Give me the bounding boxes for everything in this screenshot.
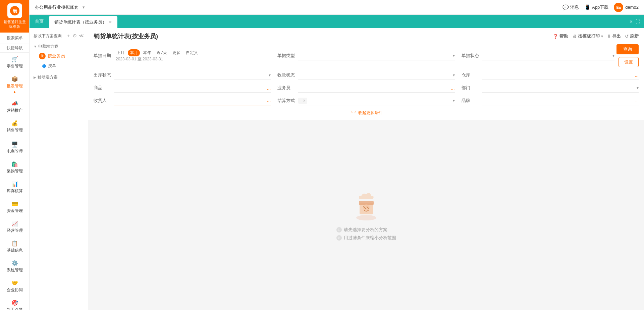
app-download-icon: 📱: [584, 4, 591, 10]
quick-nav[interactable]: 快捷导航: [0, 44, 29, 53]
collapse-panel-icon[interactable]: ≪: [79, 33, 84, 39]
sidebar-item-finance[interactable]: 💳 资金管理: [0, 197, 29, 217]
doc-type-arrow-icon: ▾: [453, 53, 455, 58]
payment-field: 收款状态 ▾: [277, 70, 454, 80]
settlement-label: 结算方式: [277, 98, 296, 104]
date-tab-custom[interactable]: 自定义: [184, 49, 200, 56]
date-tab-7days[interactable]: 近7天: [155, 49, 169, 56]
add-scheme-icon[interactable]: ＋: [66, 33, 71, 39]
desktop-scheme-header[interactable]: ▼ 电脑端方案: [30, 42, 88, 51]
sidebar-item-stock[interactable]: 📊 库存核算: [0, 177, 29, 197]
brand-input[interactable]: ...: [482, 96, 639, 105]
date-tabs: 上月 本月 本年 近7天 更多 自定义: [114, 49, 271, 56]
doc-type-select[interactable]: ▾: [298, 51, 454, 60]
marketing-icon: 📣: [11, 100, 18, 107]
sidebar-item-sales[interactable]: 💰 销售管理: [0, 117, 29, 137]
sidebar-item-operations[interactable]: 📈 经营管理: [0, 217, 29, 237]
sidebar-item-purchase[interactable]: 🛍️ 采购管理: [0, 158, 29, 177]
outbound-select[interactable]: ▾: [114, 70, 271, 80]
message-button[interactable]: 💬 消息: [562, 4, 579, 10]
scheme-by-order-icon: 🔷: [42, 64, 47, 68]
warehouse-label: 仓库: [462, 72, 480, 78]
tab-close-icon[interactable]: ✕: [109, 20, 112, 24]
print-icon: 🖨: [572, 34, 577, 39]
payment-select[interactable]: ▾: [298, 70, 454, 80]
ecommerce-icon: 🖥️: [11, 141, 18, 148]
sidebar-item-retail[interactable]: 🛒 零售管理: [0, 53, 29, 72]
message-icon: 💬: [562, 4, 569, 10]
warehouse-dots-icon[interactable]: ...: [635, 72, 639, 78]
sidebar-logo[interactable]: 畅 销售通好生意 标准版: [0, 0, 29, 33]
minimize-icon[interactable]: ✕: [629, 19, 633, 24]
doc-status-select[interactable]: ▾: [482, 51, 614, 60]
staff-input[interactable]: ...: [298, 83, 454, 93]
empty-tip-1-label: 请先选择要分析的方案: [344, 227, 387, 233]
operations-icon: 📈: [11, 220, 18, 227]
cooperation-icon: 🤝: [11, 280, 18, 286]
topbar-dropdown-icon[interactable]: ▾: [83, 5, 85, 10]
scheme-by-staff[interactable]: 按 按业务员: [30, 51, 88, 61]
goods-label: 商品: [94, 85, 112, 91]
date-tab-lastmonth[interactable]: 上月: [114, 49, 126, 56]
date-filter-input[interactable]: 上月 本月 本年 近7天 更多 自定义 2023-03-01 至 2023-03…: [114, 49, 271, 63]
settlement-input[interactable]: × ▾: [298, 96, 454, 105]
sidebar-item-wholesale[interactable]: 📦 批发管理 ▲: [0, 72, 29, 97]
tab-home[interactable]: 首页: [30, 15, 49, 28]
purchase-icon: 🛍️: [11, 161, 18, 167]
sidebar-item-system[interactable]: ⚙️ 系统管理: [0, 257, 29, 276]
tab-sales-stats[interactable]: 销货单统计表（按业务员） ✕: [49, 16, 117, 28]
sidebar-item-stock-label: 库存核算: [7, 188, 23, 194]
svg-text:畅: 畅: [12, 8, 17, 13]
print-button[interactable]: 🖨 按模板打印 ▾: [572, 33, 603, 39]
collapse-button[interactable]: ⌃⌃ 收起更多条件: [94, 110, 639, 116]
empty-tip-2-label: 用过滤条件来缩小分析范围: [344, 235, 396, 241]
brand-dots-icon[interactable]: ...: [635, 98, 639, 103]
maximize-icon[interactable]: ⛶: [636, 19, 640, 24]
basic-icon: 📋: [11, 240, 18, 247]
query-btn-area: 查询 设置: [616, 44, 639, 67]
consignee-dots-icon[interactable]: ...: [267, 98, 271, 103]
settings-button[interactable]: 设置: [619, 57, 639, 67]
export-label: 导出: [612, 33, 621, 39]
date-tab-thisyear[interactable]: 本年: [141, 49, 153, 56]
search-menu-label: 搜索菜单: [2, 35, 27, 41]
settlement-field: 结算方式 × ▾: [277, 96, 454, 105]
empty-illustration: [350, 189, 383, 223]
sidebar-item-purchase-label: 采购管理: [7, 168, 23, 174]
app-download-button[interactable]: 📱 App下载: [584, 4, 608, 10]
scheme-by-staff-icon: 按: [39, 53, 46, 59]
brand-label: 品牌: [462, 98, 480, 104]
help-button[interactable]: ❓ 帮助: [553, 33, 568, 39]
settings-scheme-icon[interactable]: ⊙: [73, 33, 77, 39]
export-button[interactable]: ⬇ 导出: [607, 33, 621, 39]
dept-select[interactable]: ▾: [482, 83, 639, 93]
sidebar-item-newbie[interactable]: 🎯 新手引导: [0, 296, 29, 310]
refresh-button[interactable]: ↺ 刷新: [625, 33, 639, 39]
payment-arrow-icon: ▾: [453, 73, 455, 78]
tab-sales-stats-label: 销货单统计表（按业务员）: [54, 19, 107, 25]
goods-input[interactable]: ...: [114, 83, 271, 93]
sidebar-item-marketing[interactable]: 📣 营销推广: [0, 97, 29, 117]
sidebar-item-ecommerce[interactable]: 🖥️ 电商管理: [0, 138, 29, 158]
mobile-scheme-header[interactable]: ▶ 移动端方案: [30, 73, 88, 82]
search-menu[interactable]: 搜索菜单: [0, 33, 29, 44]
query-button[interactable]: 查询: [616, 44, 639, 54]
date-tab-thismonth[interactable]: 本月: [128, 49, 140, 56]
user-menu[interactable]: Ea demo2: [614, 3, 639, 12]
warehouse-field: 仓库 ...: [462, 70, 639, 80]
goods-dots-icon[interactable]: ...: [267, 85, 271, 91]
empty-tips: ① 请先选择要分析的方案 ② 用过滤条件来缩小分析范围: [336, 227, 396, 241]
staff-dots-icon[interactable]: ...: [451, 85, 455, 91]
date-tab-more[interactable]: 更多: [170, 49, 182, 56]
finance-icon: 💳: [11, 201, 18, 207]
payment-label: 收款状态: [277, 72, 296, 78]
sidebar-item-ecommerce-label: 电商管理: [7, 149, 23, 154]
consignee-input[interactable]: ...: [114, 96, 271, 105]
warehouse-input[interactable]: ...: [482, 70, 639, 80]
settlement-clear-icon[interactable]: ×: [303, 98, 305, 103]
sidebar-item-basic[interactable]: 📋 基础信息: [0, 237, 29, 257]
settlement-arrow-icon: ▾: [453, 98, 455, 103]
settlement-tag: ×: [298, 98, 307, 104]
scheme-by-order[interactable]: 🔷 按单: [30, 61, 88, 70]
sidebar-item-cooperation[interactable]: 🤝 企业协同: [0, 276, 29, 296]
